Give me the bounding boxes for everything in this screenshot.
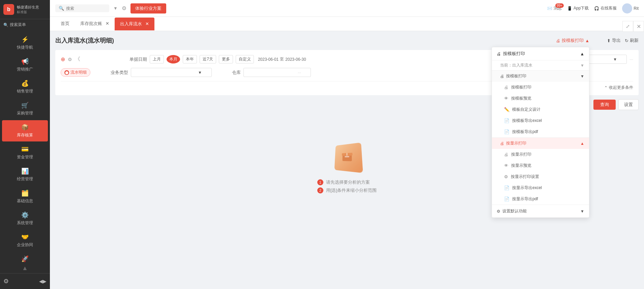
app-logo-icon: b bbox=[3, 4, 14, 15]
dropdown-item-display-settings[interactable]: ⚙ 按显示打印设置 bbox=[492, 171, 589, 182]
online-service-btn[interactable]: 🎧 在线客服 bbox=[594, 5, 617, 11]
header-settings-icon[interactable]: ⚙ bbox=[122, 5, 126, 11]
marketing-icon: 📢 bbox=[21, 58, 29, 65]
page-content: 出入库流水(流水明细) 🖨 按模板打印 ▲ 🖨 按模板打印 ▲ bbox=[50, 31, 644, 289]
collapse-sidebar-icon[interactable]: ◀▶ bbox=[39, 279, 47, 284]
date-btn-7days[interactable]: 近7天 bbox=[200, 55, 216, 63]
guide-icon: 🚀 bbox=[21, 255, 29, 263]
tab-batch-account-label: 库存批次账 bbox=[80, 21, 102, 27]
sidebar-item-collab[interactable]: 🤝 企业协同 bbox=[2, 230, 48, 251]
dropdown-item-display-pdf[interactable]: 📄 按显示导出pdf bbox=[492, 193, 589, 205]
tab-home[interactable]: 首页 bbox=[55, 17, 75, 31]
filter-type-more[interactable]: ··· bbox=[630, 57, 633, 62]
tab-flow-close[interactable]: ✕ bbox=[145, 21, 149, 26]
tab-flow[interactable]: 出入库流水 ✕ bbox=[115, 18, 154, 30]
filter-biztype-select[interactable]: ▼ bbox=[131, 68, 212, 77]
page-title: 出入库流水(流水明细) bbox=[55, 36, 114, 45]
template-section-arrow: ▼ bbox=[580, 74, 584, 79]
sidebar-item-system[interactable]: ⚙️ 系统管理 bbox=[2, 208, 48, 229]
collapse-label: 收起更多条件 bbox=[609, 85, 633, 90]
sidebar-item-inventory[interactable]: 📦 库存核算 bbox=[2, 120, 48, 141]
print-template-btn[interactable]: 🖨 按模板打印 ▲ 🖨 按模板打印 ▲ 当前：出入库 bbox=[556, 37, 589, 44]
dropdown-header[interactable]: 🖨 按模板打印 ▲ bbox=[492, 47, 589, 60]
dropdown-item-template-excel[interactable]: 📄 按模板导出excel bbox=[492, 115, 589, 126]
tab-batch-account[interactable]: 库存批次账 ✕ bbox=[75, 17, 115, 31]
dropdown-item-template-print[interactable]: 🖨 按模板打印 bbox=[492, 82, 589, 93]
filter-add-icon[interactable]: ⊕ bbox=[61, 56, 65, 62]
main-content: 首页 库存批次账 ✕ 出入库流水 ✕ 出入库流水(流水明细) 🖨 按模板打印 ▲ bbox=[50, 0, 644, 289]
export-label: 导出 bbox=[612, 37, 621, 44]
pdf-icon: 📄 bbox=[504, 129, 509, 134]
filter-warehouse-value bbox=[246, 70, 251, 75]
sidebar-item-finance[interactable]: 💳 资金管理 bbox=[2, 142, 48, 163]
user-avatar-block[interactable]: Rit bbox=[622, 3, 639, 14]
header-search-box[interactable]: 🔍 bbox=[55, 4, 109, 12]
header: 🔍 ▼ ⚙ 体验行业方案 ✉️ 消息 99+ 📱 App下载 🎧 在线客服 Ri… bbox=[50, 0, 644, 17]
filter-date-label: 单据日期 bbox=[129, 56, 147, 62]
dropdown-item-display-preview[interactable]: 👁 按显示预览 bbox=[492, 160, 589, 171]
print-header-icon: 🖨 bbox=[497, 51, 501, 56]
dropdown-item-label: 按显示打印 bbox=[511, 152, 531, 157]
print-dropdown-arrow[interactable]: ▲ bbox=[585, 38, 589, 43]
panel-close-btn[interactable]: ✕ bbox=[633, 21, 644, 32]
filter-collapse-icon[interactable]: 《 bbox=[75, 56, 80, 63]
dropdown-item-display-print[interactable]: 🖨 按显示打印 bbox=[492, 149, 589, 160]
message-btn[interactable]: ✉️ 消息 99+ bbox=[547, 5, 562, 11]
header-search-input[interactable] bbox=[66, 6, 100, 11]
filter-warehouse-more[interactable]: ··· bbox=[298, 70, 301, 75]
date-btn-more[interactable]: 更多 bbox=[219, 55, 233, 63]
settings-icon[interactable]: ⚙ bbox=[3, 278, 9, 285]
template-print-header[interactable]: 🖨 按模板打印 ▼ bbox=[492, 71, 589, 82]
industry-btn[interactable]: 体验行业方案 bbox=[130, 3, 166, 14]
sidebar-item-purchase[interactable]: 🛒 采购管理 bbox=[2, 98, 48, 120]
filter-config-icon[interactable]: ⚙ bbox=[68, 57, 72, 62]
basic-icon: 🗂️ bbox=[21, 189, 29, 197]
header-right: ✉️ 消息 99+ 📱 App下载 🎧 在线客服 Rit bbox=[547, 3, 639, 14]
display-print-header[interactable]: 🖨 按显示打印 ▲ bbox=[492, 138, 589, 149]
dropdown-item-template-preview[interactable]: 👁 按模板预览 bbox=[492, 93, 589, 104]
query-btn[interactable]: 查询 bbox=[593, 100, 616, 110]
sidebar-item-label: 资金管理 bbox=[17, 154, 33, 160]
tab-batch-account-close[interactable]: ✕ bbox=[106, 21, 109, 26]
search-icon: 🔍 bbox=[3, 23, 8, 27]
dropdown-item-label: 按模板导出excel bbox=[512, 118, 542, 124]
export-btn[interactable]: ⬆ 导出 bbox=[607, 37, 621, 44]
filter-date-group: 单据日期 上月 本月 本年 近7天 更多 自定义 2023-06-01 至 20… bbox=[129, 55, 440, 63]
sidebar-item-basic[interactable]: 🗂️ 基础信息 bbox=[2, 186, 48, 207]
footer-settings-icon: ⚙ bbox=[497, 209, 500, 214]
panel-expand-btn[interactable]: ⤢ bbox=[622, 21, 633, 32]
dropdown-footer[interactable]: ⚙ 设置默认功能 ▼ bbox=[492, 205, 589, 217]
dropdown-collapse-icon[interactable]: ▲ bbox=[580, 51, 584, 56]
display-section-label: 按显示打印 bbox=[506, 140, 526, 146]
date-btn-last-month[interactable]: 上月 bbox=[150, 55, 164, 63]
footer-arrow: ▼ bbox=[580, 209, 584, 214]
sidebar-item-sales[interactable]: 💰 销售管理 bbox=[2, 76, 48, 98]
sidebar-item-marketing[interactable]: 📢 营销推广 bbox=[2, 54, 48, 76]
print-icon: 🖨 bbox=[556, 38, 560, 43]
header-dropdown-icon[interactable]: ▼ bbox=[113, 6, 118, 11]
filter-warehouse-select[interactable]: ··· bbox=[243, 68, 311, 77]
date-btn-this-month[interactable]: 本月 bbox=[167, 55, 180, 63]
printer-icon: 🖨 bbox=[504, 85, 508, 90]
dropdown-item-template-pdf[interactable]: 📄 按模板导出pdf bbox=[492, 126, 589, 137]
dropdown-item-label: 按显示导出excel bbox=[512, 185, 542, 191]
collapse-filter-btn[interactable]: ⌃ 收起更多条件 bbox=[604, 85, 633, 90]
dropdown-item-template-design[interactable]: ✏️ 模板自定义设计 bbox=[492, 104, 589, 115]
date-btn-this-year[interactable]: 本年 bbox=[183, 55, 197, 63]
dropdown-item-display-excel[interactable]: 📄 按显示导出excel bbox=[492, 182, 589, 193]
refresh-btn[interactable]: ↻ 刷新 bbox=[625, 37, 639, 44]
sidebar-item-quick-nav[interactable]: ⚡ 快捷导航 bbox=[2, 32, 48, 54]
sidebar-item-label: 快捷导航 bbox=[17, 45, 33, 50]
settings-btn[interactable]: 设置 bbox=[618, 99, 639, 110]
user-name: Rit bbox=[634, 6, 639, 11]
dropdown-item-label: 按显示预览 bbox=[511, 163, 531, 168]
date-btn-custom[interactable]: 自定义 bbox=[236, 55, 254, 63]
app-download-btn[interactable]: 📱 App下载 bbox=[567, 5, 589, 11]
display-preview-icon: 👁 bbox=[504, 163, 508, 168]
sidebar-search[interactable]: 🔍 搜索菜单 bbox=[0, 19, 50, 30]
sidebar-item-label: 采购管理 bbox=[17, 110, 33, 116]
sidebar-item-guide[interactable]: 🚀 新手引导 bbox=[2, 252, 48, 263]
display-printer-icon: 🖨 bbox=[504, 152, 508, 157]
display-settings-icon: ⚙ bbox=[504, 174, 508, 179]
sidebar-item-operations[interactable]: 📊 经营管理 bbox=[2, 164, 48, 185]
